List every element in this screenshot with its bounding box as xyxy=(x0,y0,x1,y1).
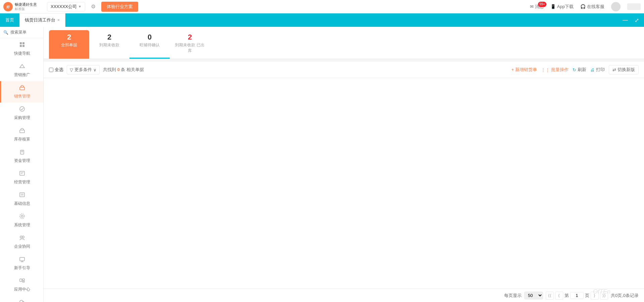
sidebar-item-system[interactable]: 系统管理 xyxy=(0,210,43,231)
quick-nav-icon xyxy=(19,42,25,49)
batch-op-button[interactable]: ⋮⋮ 批量操作 xyxy=(541,67,569,73)
sidebar-item-label: 应用中心 xyxy=(14,287,30,292)
select-all-checkbox-area[interactable]: 全选 xyxy=(49,67,63,73)
top-header: 好 畅捷通好生意 标准版 XXXXXX公司 ▼ ⚙ 体验行业方案 ✉ 消息 99… xyxy=(0,0,644,13)
result-count: 共找到 0 条 相关单据 xyxy=(103,67,144,73)
avatar[interactable] xyxy=(611,2,621,11)
sidebar-item-basics[interactable]: 基础信息 xyxy=(0,188,43,210)
stat-overdue-num: 2 xyxy=(93,33,125,42)
sidebar-item-marketing[interactable]: 营销推广 xyxy=(0,60,43,81)
wechat-icon xyxy=(19,299,25,302)
sidebar-search[interactable]: 🔍 搜索菜单 xyxy=(0,27,43,38)
prev-page-button[interactable]: ⟨ xyxy=(555,292,563,300)
new-sale-button[interactable]: + 新增销货单 xyxy=(512,67,537,73)
app-download-action[interactable]: 📱 App下载 xyxy=(550,4,574,10)
sidebar-item-label: 经营管理 xyxy=(14,179,30,185)
sidebar-item-quick-nav[interactable]: 快捷导航 xyxy=(0,38,43,60)
experience-button[interactable]: 体验行业方案 xyxy=(101,2,138,12)
tab-bar-right: — ⤢ xyxy=(621,16,644,24)
switch-icon: ⇄ xyxy=(612,67,616,72)
svg-rect-7 xyxy=(20,87,24,90)
svg-rect-12 xyxy=(20,171,24,175)
stat-overdue-shipped-num: 2 xyxy=(174,33,206,42)
sidebar-item-label: 库存核算 xyxy=(14,136,30,142)
purchase-icon xyxy=(19,106,25,114)
sidebar-item-inventory[interactable]: 库存核算 xyxy=(0,124,43,145)
svg-rect-25 xyxy=(20,279,22,282)
inventory-icon xyxy=(19,127,25,135)
svg-rect-5 xyxy=(22,45,24,47)
sidebar-item-cooperation[interactable]: 企业协同 xyxy=(0,231,43,253)
next-page-button[interactable]: ⟩ xyxy=(591,292,599,300)
system-icon xyxy=(19,213,25,221)
tab-close-icon[interactable]: × xyxy=(57,18,60,22)
settings-icon[interactable]: ⚙ xyxy=(89,2,98,11)
sidebar-search-label: 搜索菜单 xyxy=(10,29,26,35)
logo-area: 好 畅捷通好生意 标准版 xyxy=(3,2,47,11)
tab-home[interactable]: 首页 xyxy=(0,13,19,27)
page-label: 第 xyxy=(565,293,569,299)
stat-tab-pending[interactable]: 0 旺辅待确认 xyxy=(129,30,170,59)
stat-overdue-label: 到期未收款 xyxy=(93,42,125,48)
per-page-label: 每页显示 xyxy=(504,293,522,299)
filter-button[interactable]: ▽ 更多条件 ∨ xyxy=(67,65,100,74)
company-name: XXXXXX公司 xyxy=(51,4,77,10)
sidebar-item-guide[interactable]: 新手引导 xyxy=(0,253,43,274)
table-footer: 每页显示 50 20 100 ⟨⟨ ⟨ 第 页 ⟩ ⟩⟩ 共0页,0条记录 xyxy=(44,289,644,302)
sidebar-item-finance[interactable]: 资金管理 xyxy=(0,145,43,167)
sidebar-item-label: 新手引导 xyxy=(14,265,30,271)
messages-icon: ✉ xyxy=(530,4,534,9)
tab-minimize-icon[interactable]: — xyxy=(621,16,629,24)
operations-icon xyxy=(19,170,25,178)
online-service-action[interactable]: 🎧 在线客服 xyxy=(580,4,604,10)
svg-rect-26 xyxy=(22,279,24,281)
filter-icon: ▽ xyxy=(70,67,73,72)
online-service-icon: 🎧 xyxy=(580,4,586,9)
last-page-button[interactable]: ⟩⟩ xyxy=(600,292,608,300)
tab-maximize-icon[interactable]: ⤢ xyxy=(633,16,641,24)
stats-tabs: 2 全部单据 2 到期未收款 0 旺辅待确认 2 到期未收款 已出库 xyxy=(44,27,644,59)
logo-text: 畅捷通好生意 标准版 xyxy=(15,2,37,11)
stat-tab-overdue[interactable]: 2 到期未收款 xyxy=(89,30,129,59)
svg-point-19 xyxy=(20,214,24,219)
app-download-icon: 📱 xyxy=(550,4,556,9)
sidebar-item-sales[interactable]: 销售管理 xyxy=(0,81,43,103)
count-value: 0 xyxy=(117,67,120,72)
total-records: 共0页,0条记录 xyxy=(611,293,639,299)
svg-rect-2 xyxy=(20,42,22,44)
sidebar-item-wechat[interactable]: 企业微信 xyxy=(0,296,43,302)
page-nav: ⟨⟨ ⟨ 第 页 ⟩ ⟩⟩ xyxy=(546,292,608,300)
tab-work-platform[interactable]: 钱货日清工作台 × xyxy=(19,13,65,27)
cooperation-icon xyxy=(19,235,25,242)
table-area xyxy=(44,78,644,289)
company-selector[interactable]: XXXXXX公司 ▼ xyxy=(47,2,85,11)
select-all-checkbox[interactable] xyxy=(49,68,53,72)
per-page-select[interactable]: 50 20 100 xyxy=(524,292,543,299)
stat-tab-all[interactable]: 2 全部单据 xyxy=(49,30,89,59)
select-all-label: 全选 xyxy=(55,67,63,73)
sidebar-item-label: 销售管理 xyxy=(14,94,30,99)
sidebar-item-label: 快捷导航 xyxy=(14,51,30,56)
svg-rect-22 xyxy=(20,257,24,261)
guide-icon xyxy=(19,256,25,264)
stat-tab-overdue-shipped[interactable]: 2 到期未收款 已出库 xyxy=(170,30,210,59)
search-icon: 🔍 xyxy=(3,30,8,35)
basics-icon xyxy=(19,192,25,199)
print-button[interactable]: 🖨 打印 xyxy=(590,67,605,73)
content-area: 2 全部单据 2 到期未收款 0 旺辅待确认 2 到期未收款 已出库 全选 xyxy=(44,27,644,302)
messages-action[interactable]: ✉ 消息 99+ xyxy=(530,4,544,10)
first-page-button[interactable]: ⟨⟨ xyxy=(546,292,554,300)
sidebar-item-label: 资金管理 xyxy=(14,158,30,164)
sidebar-item-purchase[interactable]: 采购管理 xyxy=(0,103,43,124)
svg-rect-27 xyxy=(22,281,24,282)
svg-rect-4 xyxy=(20,45,22,47)
sidebar-item-label: 基础信息 xyxy=(14,201,30,206)
page-input[interactable] xyxy=(570,292,584,299)
refresh-button[interactable]: ↻ 刷新 xyxy=(573,67,586,73)
sidebar-item-operations[interactable]: 经营管理 xyxy=(0,167,43,188)
switch-version-button[interactable]: ⇄ 切换新版 xyxy=(609,65,639,74)
toolbar-right: + 新增销货单 ⋮⋮ 批量操作 ↻ 刷新 🖨 打印 ⇄ 切换新版 xyxy=(512,65,639,74)
app-download-label: App下载 xyxy=(557,4,574,10)
batch-op-icon: ⋮⋮ xyxy=(541,67,550,72)
sidebar-item-apps[interactable]: 应用中心 xyxy=(0,274,43,296)
